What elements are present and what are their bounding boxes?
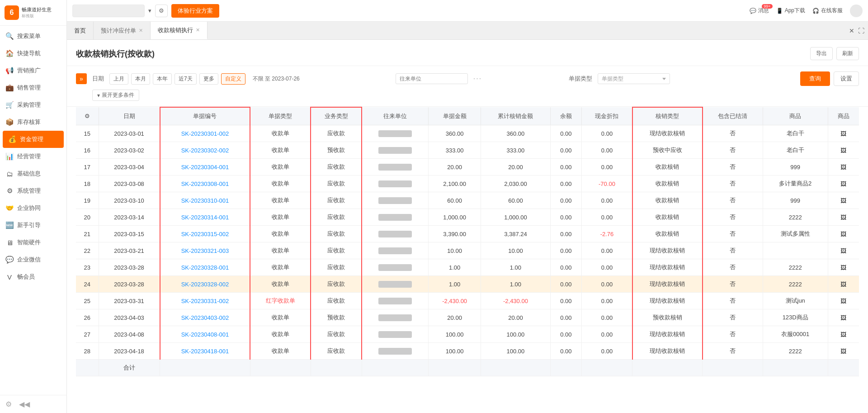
sidebar-item-operation[interactable]: 📊经营管理 <box>0 148 66 165</box>
sidebar-item-sales[interactable]: 💼销售管理 <box>0 79 66 96</box>
message-btn[interactable]: 💬 消息 99+ <box>750 7 769 14</box>
user-avatar[interactable] <box>850 5 863 17</box>
cell-billno[interactable]: SK-20230403-002 <box>160 309 250 326</box>
sidebar-item-member[interactable]: V畅会员 <box>0 268 66 285</box>
cell-goods2: 🖼 <box>828 209 859 226</box>
this-year-btn[interactable]: 本年 <box>153 73 172 85</box>
cell-date: 2023-03-31 <box>99 293 160 309</box>
cell-billno[interactable]: SK-20230314-001 <box>160 209 250 226</box>
cell-includecleared: 否 <box>703 142 763 159</box>
bill-link[interactable]: SK-20230328-002 <box>181 281 229 288</box>
more-btn[interactable]: 更多 <box>199 73 218 85</box>
tab-close-1[interactable]: ✕ <box>139 28 143 33</box>
bill-link[interactable]: SK-20230328-001 <box>181 264 229 271</box>
cell-includecleared: 否 <box>703 125 763 142</box>
online-service-btn[interactable]: 🎧 在线客服 <box>812 7 843 14</box>
cell-billno[interactable]: SK-20230328-001 <box>160 259 250 276</box>
last7-btn[interactable]: 近7天 <box>175 73 197 85</box>
cell-includecleared: 否 <box>703 209 763 226</box>
phone-icon: 📱 <box>776 8 783 14</box>
this-month-btn[interactable]: 本月 <box>131 73 150 85</box>
cell-cashdiscount: 0.00 <box>582 192 632 209</box>
cell-date: 2023-03-21 <box>99 242 160 259</box>
cell-biztype: 应收款 <box>311 176 362 192</box>
cell-billno[interactable]: SK-20230308-001 <box>160 176 250 192</box>
cell-billno[interactable]: SK-20230321-003 <box>160 242 250 259</box>
bill-link[interactable]: SK-20230321-003 <box>181 247 229 254</box>
sidebar-item-label: 资金管理 <box>20 135 43 143</box>
bill-type-select[interactable]: 单据类型 <box>598 73 670 84</box>
date-filter-label: 日期 <box>92 75 104 83</box>
cell-billno[interactable]: SK-20230418-001 <box>160 343 250 360</box>
bill-link[interactable]: SK-20230304-001 <box>181 164 229 171</box>
tab-1[interactable]: 预计冲应付单✕ <box>94 22 151 39</box>
custom-btn[interactable]: 自定义 <box>221 73 245 85</box>
cell-billno[interactable]: SK-20230302-002 <box>160 142 250 159</box>
sidebar-item-shortcut[interactable]: 🏠快捷导航 <box>0 45 66 62</box>
bill-link[interactable]: SK-20230301-002 <box>181 130 229 137</box>
cell-partner: ████████ <box>362 125 428 142</box>
dots-icon[interactable]: ··· <box>473 75 482 83</box>
cell-goods: 2222 <box>763 259 828 276</box>
cell-amount: 2,100.00 <box>429 176 481 192</box>
bill-link[interactable]: SK-20230310-001 <box>181 197 229 204</box>
cell-billno[interactable]: SK-20230304-001 <box>160 159 250 176</box>
cell-biztype: 应收款 <box>311 209 362 226</box>
sidebar-item-system[interactable]: ⚙系统管理 <box>0 182 66 199</box>
bill-link[interactable]: SK-20230418-001 <box>181 348 229 355</box>
cell-includecleared: 否 <box>703 293 763 309</box>
bill-link[interactable]: SK-20230331-002 <box>181 298 229 304</box>
date-range-display: 不限 至 2023-07-26 <box>253 75 300 83</box>
footer-cell-2 <box>160 360 250 376</box>
settings-btn[interactable]: 设置 <box>834 71 859 86</box>
bill-link[interactable]: SK-20230314-001 <box>181 214 229 221</box>
tab-close-icon[interactable]: ✕ <box>849 27 854 34</box>
cell-billno[interactable]: SK-20230310-001 <box>160 192 250 209</box>
sidebar-item-basic[interactable]: 🗂基础信息 <box>0 165 66 182</box>
operation-icon: 📊 <box>5 152 14 161</box>
settings-icon[interactable]: ⚙ <box>5 400 12 408</box>
sidebar-item-marketing[interactable]: 📢营销推广 <box>0 62 66 79</box>
member-icon: V <box>5 273 14 281</box>
bill-link[interactable]: SK-20230403-002 <box>181 314 229 321</box>
sidebar-item-search[interactable]: 🔍搜索菜单 <box>0 28 66 45</box>
sidebar-item-finance[interactable]: 💰资金管理 <box>3 131 64 148</box>
cell-cleartype: 收款核销 <box>632 176 703 192</box>
partner-input[interactable] <box>396 73 468 84</box>
cell-billno[interactable]: SK-20230301-002 <box>160 125 250 142</box>
bill-link[interactable]: SK-20230308-001 <box>181 180 229 187</box>
tab-close-2[interactable]: ✕ <box>196 27 200 33</box>
dropdown-arrow[interactable]: ▾ <box>148 7 151 14</box>
sidebar-item-wechat[interactable]: 💬企业微信 <box>0 251 66 268</box>
bill-link[interactable]: SK-20230302-002 <box>181 147 229 154</box>
tab-maximize-icon[interactable]: ⛶ <box>858 27 864 34</box>
sidebar-item-guide[interactable]: 🆕新手引导 <box>0 217 66 234</box>
industry-btn[interactable]: 体验行业方案 <box>171 4 219 18</box>
bill-link[interactable]: SK-20230408-001 <box>181 331 229 338</box>
cell-billno[interactable]: SK-20230315-002 <box>160 226 250 242</box>
sidebar-item-hardware[interactable]: 🖥智能硬件 <box>0 234 66 251</box>
tab-2[interactable]: 收款核销执行✕ <box>151 22 208 39</box>
last-month-btn[interactable]: 上月 <box>109 73 128 85</box>
collapse-icon[interactable]: ◀◀ <box>19 400 30 408</box>
sidebar-item-inventory[interactable]: 📦库存核算 <box>0 114 66 131</box>
cell-no: 23 <box>76 259 99 276</box>
cell-amount: 20.00 <box>429 309 481 326</box>
app-download-btn[interactable]: 📱 App下载 <box>776 7 805 14</box>
query-btn[interactable]: 查询 <box>800 71 830 86</box>
expand-more-btn[interactable]: ▾ 展开更多条件 <box>92 90 139 101</box>
filter-expand-btn[interactable]: » <box>76 73 87 84</box>
sidebar-item-label: 搜索菜单 <box>17 32 41 40</box>
gear-button[interactable]: ⚙ <box>155 5 168 17</box>
cell-clearamount: 1,000.00 <box>481 209 550 226</box>
col-header-clearamount: 累计核销金额 <box>481 107 550 125</box>
cell-billno[interactable]: SK-20230331-002 <box>160 293 250 309</box>
cell-billno[interactable]: SK-20230328-002 <box>160 276 250 293</box>
bill-link[interactable]: SK-20230315-002 <box>181 231 229 237</box>
cell-billno[interactable]: SK-20230408-001 <box>160 326 250 343</box>
sidebar-item-enterprise[interactable]: 🤝企业协同 <box>0 199 66 217</box>
refresh-btn[interactable]: 刷新 <box>836 47 859 60</box>
tab-0[interactable]: 首页 <box>67 22 94 39</box>
export-btn[interactable]: 导出 <box>810 47 833 60</box>
sidebar-item-purchase[interactable]: 🛒采购管理 <box>0 96 66 114</box>
